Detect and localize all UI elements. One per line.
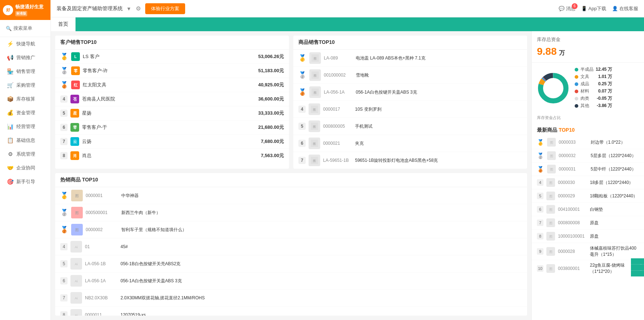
product-name: 白钢垫 [590, 206, 603, 213]
list-item: 8 图 10000100001 原盘 [532, 230, 644, 243]
product-name: 中华神器 [121, 193, 139, 199]
list-item: 🥇 图 0000001 中华神器 [55, 187, 527, 204]
list-item: 8 Ai 0000011 12070519-xs [55, 307, 527, 316]
list-item: 4 Ai 01 45# [55, 238, 527, 255]
product-code: LA-089 [324, 56, 353, 61]
customer-amount: 7,680.00元 [261, 138, 284, 145]
sidebar-item-operations[interactable]: 📊 经营管理 [0, 120, 50, 134]
legend-color [575, 104, 578, 108]
product-ranking-panel: 商品销售TOP10 🥇 图 LA-089 电池盖 LA-089 ABS本色+黑种… [293, 36, 527, 169]
rank-item: 5 图 000800005 手机测试 [293, 118, 527, 135]
product-thumb-small: 图 [546, 247, 555, 256]
float-live-btn[interactable]: 直播 [631, 271, 644, 276]
product-name: 056-1A白色按键开关盖ABS 3克 [356, 89, 417, 95]
search-icon: 🔍 [6, 26, 12, 31]
sidebar-item-marketing[interactable]: 📢 营销推广 [0, 51, 50, 65]
list-item: 10 图 003800001 22g鱼豆腐-烧烤味（1*12*20） [532, 260, 644, 277]
list-item: 🥈 图 000500001 新西兰牛肉（新牛） [55, 204, 527, 221]
sidebar-item-inventory[interactable]: 📦 库存核算 [0, 92, 50, 106]
list-item: 6 图 004100001 白钢垫 [532, 203, 644, 216]
legend-label: 文具 [580, 74, 596, 80]
product-code: 0000033 [559, 140, 588, 145]
trial-button[interactable]: 体验行业方案 [145, 3, 185, 14]
product-thumbnail: 图 [71, 207, 83, 218]
sidebar-item-quick-nav[interactable]: ⚡ 快捷导航 [0, 37, 50, 51]
sidebar-item-collaboration[interactable]: 🤝 企业协同 [0, 161, 50, 175]
sidebar-item-finance[interactable]: 💰 资金管理 [0, 106, 50, 120]
message-btn[interactable]: 💬 消息 6 [559, 5, 575, 12]
product-code: 0000030 [558, 180, 587, 185]
customer-amount: 36,600.00元 [258, 96, 284, 102]
product-code: LA-59651-1B [323, 158, 352, 163]
product-code: 0000029 [558, 193, 587, 198]
search-menu-btn[interactable]: 🔍 搜索菜单 [3, 23, 48, 34]
sidebar-item-base-info[interactable]: 📋 基础信息 [0, 134, 50, 147]
product-code: 000800008 [558, 220, 587, 225]
app-download-btn[interactable]: 📱 App下载 [581, 5, 606, 12]
rank-number: 5 [60, 260, 68, 267]
tab-home[interactable]: 首页 [51, 17, 76, 31]
product-thumb-small: 图 [546, 218, 555, 227]
product-thumbnail: Ai [70, 309, 82, 316]
rank-item: 7 云 云扬 7,680.00元 [55, 135, 289, 149]
donut-chart [537, 72, 570, 104]
medal-icon: 🥉 [60, 226, 68, 234]
customer-avatar: 苍 [70, 95, 79, 103]
system-selector[interactable]: 装备及固定资产辅助管理系统 ▼ [57, 5, 131, 12]
legend-color [575, 82, 578, 86]
svg-text:图: 图 [75, 211, 79, 215]
product-ranking-title: 商品销售TOP10 [298, 39, 335, 46]
list-item: 7 Ai NB2.0X30B 2.0X30MM双搓花轴,搓花直径2.1MM/RO… [55, 290, 527, 307]
new-products-list: 🥇 图 0000033 封边带（1.0*22） 🥈 图 0000032 5层多层… [532, 136, 644, 277]
finance-icon: 💰 [7, 110, 13, 116]
guide-icon: 🎯 [7, 179, 13, 185]
float-community-btn[interactable]: 服务社区 [631, 264, 644, 271]
customer-ranking-header: 客户销售TOP10 [55, 36, 289, 50]
list-item: 5 Ai LA-056-1B 056-1B白色按键开关壳ABS2克 [55, 255, 527, 272]
sidebar-item-system[interactable]: ⚙ 系统管理 [0, 147, 50, 161]
rank-number: 10 [537, 265, 543, 272]
product-name: 手机测试 [355, 123, 372, 130]
sidebar-item-sales[interactable]: 🏪 销售管理 [0, 65, 50, 78]
product-thumb-small: 图 [546, 192, 555, 200]
product-code: 0000032 [559, 153, 588, 158]
rank-number: 7 [60, 138, 68, 145]
product-name: 电池盖 LA-089 ABS本色+黑种 7.1克 [356, 55, 425, 61]
legend-item: 半成品 12.45 万 [575, 66, 612, 73]
sidebar-item-purchase[interactable]: 🛒 采购管理 [0, 78, 50, 92]
list-item: 4 图 0000030 18多层（1220*2440） [532, 176, 644, 189]
rank-item: 🥉 红 红太阳文具 40,925.00元 [55, 78, 289, 92]
legend-color [575, 75, 578, 79]
sidebar-item-label-purchase: 采购管理 [16, 82, 35, 89]
product-ranking-header: 商品销售TOP10 [293, 36, 527, 50]
service-icon: 👤 [612, 6, 618, 11]
list-item: 6 Ai LA-056-1A 056-1A白色按键开关盖ABS 3克 [55, 272, 527, 290]
legend-color [575, 68, 578, 71]
product-name: 2.0X30MM双搓花轴,搓花直径2.1MM/ROHS [121, 295, 205, 301]
product-thumbnail: 图 [71, 190, 83, 201]
logo-line1: 畅捷通好生意 [15, 4, 44, 10]
svg-text:图: 图 [550, 168, 553, 171]
sidebar-item-label-operations: 经营管理 [16, 123, 35, 130]
sidebar-item-label-guide: 新手引导 [16, 179, 35, 185]
list-item: 9 图 0000028 体械嘉枝味苏打饮品400毫升（1*15） [532, 243, 644, 260]
customer-avatar: 云 [70, 137, 79, 146]
customer-name: 苍南县人民医院 [82, 96, 255, 102]
legend-value: 0.07 万 [598, 88, 612, 94]
gear-icon[interactable]: ⚙ [136, 5, 141, 12]
product-code: 0000011 [85, 312, 118, 316]
legend-item: 肉类 -0.05 万 [575, 95, 612, 102]
product-code: 0000001 [86, 193, 118, 198]
medal-icon: 🥇 [298, 54, 306, 62]
product-name: 45# [121, 244, 128, 249]
svg-text:Ai: Ai [75, 296, 78, 300]
product-thumb-small: 图 [546, 205, 555, 214]
customer-avatar: 红 [71, 81, 80, 89]
rank-item: 4 图 0000017 10S 变刹罗刹 [293, 101, 527, 118]
sidebar-item-guide[interactable]: 🎯 新手引导 [0, 175, 50, 189]
svg-text:Ai: Ai [75, 262, 78, 266]
service-btn[interactable]: 👤 在线客服 [612, 5, 638, 12]
float-service-btn[interactable]: 客服热线 [631, 258, 644, 264]
legend-item: 材料 0.07 万 [575, 88, 612, 94]
main-content: 装备及固定资产辅助管理系统 ▼ ⚙ 体验行业方案 💬 消息 6 📱 App下载 … [51, 0, 644, 320]
